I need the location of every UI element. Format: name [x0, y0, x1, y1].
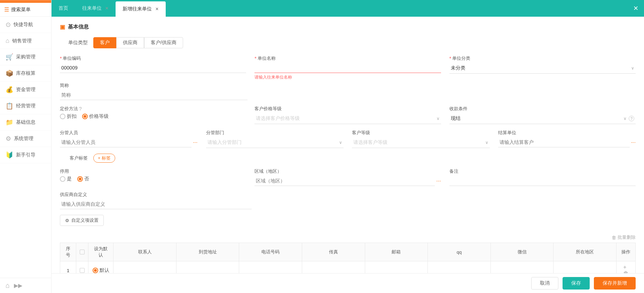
cell-address[interactable]	[176, 261, 239, 274]
email-input[interactable]	[369, 268, 424, 273]
col-region: 所在地区	[553, 243, 616, 261]
field-settlement: 结算单位 ···	[498, 130, 636, 148]
cell-email[interactable]	[365, 261, 428, 274]
short-name-input[interactable]	[60, 90, 248, 100]
tab-new-unit[interactable]: 新增往来单位 ✕	[116, 1, 166, 17]
dept-select[interactable]: 请输入分管部门 ∨	[206, 137, 344, 148]
field-unit-category: * 单位分类 未分类 ∨	[449, 55, 636, 80]
tag-add-button[interactable]: + 标签	[93, 154, 115, 163]
cell-phone[interactable]	[239, 261, 302, 274]
payment-terms-help-icon[interactable]: ?	[629, 116, 634, 121]
col-phone: 电话号码	[239, 243, 302, 261]
save-and-add-button[interactable]: 保存并新增	[594, 277, 636, 290]
customer-price-level-placeholder: 请选择客户价格等级	[256, 115, 300, 122]
save-button[interactable]: 保存	[563, 277, 590, 290]
batch-delete-button[interactable]: 🗑 批量删除	[612, 234, 636, 241]
quick-nav-icon: ⊙	[6, 21, 11, 29]
sidebar-item-guide[interactable]: 🔰 新手引导	[0, 147, 51, 163]
region-more-btn[interactable]: ···	[436, 178, 441, 184]
unit-category-label: * 单位分类	[449, 55, 636, 62]
cell-row-region[interactable]	[553, 261, 616, 274]
wechat-input[interactable]	[494, 268, 550, 273]
row-checkbox[interactable]	[80, 268, 85, 273]
sidebar-item-label: 系统管理	[14, 136, 33, 142]
tab-bar-close-button[interactable]: ✕	[628, 5, 644, 12]
address-input[interactable]	[180, 268, 236, 273]
tab-home[interactable]: 首页	[52, 0, 75, 17]
sidebar-search[interactable]: ☰ 搜索菜单	[0, 3, 51, 17]
payment-terms-select[interactable]: 现结 ∨ ?	[449, 113, 636, 124]
sidebar-item-operation[interactable]: 📋 经营管理	[0, 98, 51, 114]
tab-bar: 首页 往来单位 ✕ 新增往来单位 ✕ ✕	[52, 0, 644, 17]
sidebar-bottom: ⌂ ▶▶	[0, 278, 51, 293]
add-row-btn[interactable]: +	[623, 264, 626, 270]
fax-input[interactable]	[306, 268, 361, 273]
cell-fax[interactable]	[302, 261, 365, 274]
btn-both[interactable]: 客户/供应商	[144, 37, 183, 48]
form-row-shortname: 简称	[60, 82, 636, 100]
row-region-input[interactable]	[557, 268, 613, 273]
gear-icon: ⚙	[65, 218, 69, 223]
col-email: 邮箱	[365, 243, 428, 261]
region-label: 区域（地区）	[254, 168, 441, 174]
radio-disable-no[interactable]: 否	[77, 176, 89, 182]
sidebar-item-basic[interactable]: 📁 基础信息	[0, 114, 51, 131]
tab-new-unit-close[interactable]: ✕	[155, 7, 159, 11]
manager-more-btn[interactable]: ···	[193, 139, 197, 146]
tab-units-label: 往来单位	[82, 5, 102, 11]
cancel-button[interactable]: 取消	[531, 277, 558, 290]
customer-level-select[interactable]: 请选择客户等级 ∨	[352, 137, 490, 148]
phone-input[interactable]	[243, 268, 298, 273]
contact-input[interactable]	[117, 268, 173, 273]
btn-supplier[interactable]: 供应商	[116, 37, 144, 48]
sidebar: ☰ 搜索菜单 ⊙ 快捷导航 ⌂ 销售管理 🛒 采购管理 📦 库存核算 💰 资金管…	[0, 0, 52, 293]
col-address: 到货地址	[176, 243, 239, 261]
cell-wechat[interactable]	[490, 261, 553, 274]
guide-icon: 🔰	[6, 151, 13, 159]
form-row-pricing: 定价方法 ? 折扣 价格等级	[60, 106, 636, 124]
unit-type-group: 客户 供应商 客户/供应商	[93, 37, 183, 48]
unit-category-select[interactable]: 未分类 ∨	[449, 63, 636, 74]
sidebar-item-inventory[interactable]: 📦 库存核算	[0, 65, 51, 82]
delete-row-btn[interactable]: 🗑	[623, 270, 629, 273]
table-toolbar: 🗑 批量删除	[60, 234, 636, 241]
sidebar-item-finance[interactable]: 💰 资金管理	[0, 82, 51, 98]
col-action: 操作	[616, 243, 636, 261]
sidebar-item-quick-nav[interactable]: ⊙ 快捷导航	[0, 17, 51, 33]
sidebar-item-sales[interactable]: ⌂ 销售管理	[0, 33, 51, 49]
tab-units[interactable]: 往来单位 ✕	[75, 0, 116, 17]
col-seq: 序号	[60, 243, 76, 261]
home-icon[interactable]: ⌂	[6, 282, 10, 290]
tab-units-close[interactable]: ✕	[105, 6, 109, 11]
unit-code-input[interactable]	[60, 63, 246, 73]
radio-price-level[interactable]: 价格等级	[82, 113, 109, 120]
sales-icon: ⌂	[6, 37, 9, 44]
sidebar-item-label: 销售管理	[12, 38, 32, 44]
customer-price-level-select[interactable]: 请选择客户价格等级 ∨	[254, 113, 441, 124]
supplier-custom-input[interactable]	[60, 199, 252, 209]
radio-default[interactable]: 默认	[92, 267, 110, 273]
note-input[interactable]	[449, 176, 636, 186]
field-short-name: 简称	[60, 82, 252, 100]
radio-discount[interactable]: 折扣	[60, 113, 77, 120]
custom-settings-button[interactable]: ⚙ 自定义项设置	[60, 215, 104, 226]
sidebar-item-purchase[interactable]: 🛒 采购管理	[0, 49, 51, 65]
sidebar-item-system[interactable]: ⚙ 系统管理	[0, 131, 51, 147]
table-row: 1 默认	[60, 261, 636, 274]
sidebar-item-label: 资金管理	[16, 87, 36, 93]
settlement-input[interactable]	[498, 137, 630, 147]
pricing-help-icon[interactable]: ?	[79, 106, 82, 112]
settlement-more-btn[interactable]: ···	[631, 139, 636, 146]
cell-qq[interactable]	[428, 261, 491, 274]
bottom-bar: 取消 保存 保存并新增	[52, 273, 644, 293]
header-checkbox[interactable]	[80, 250, 85, 254]
btn-customer[interactable]: 客户	[93, 37, 116, 48]
unit-name-input[interactable]	[254, 63, 441, 73]
basic-icon: 📁	[6, 119, 13, 126]
qq-input[interactable]	[431, 268, 487, 273]
region-input[interactable]	[254, 176, 435, 186]
expand-icon[interactable]: ▶▶	[14, 282, 22, 289]
cell-contact[interactable]	[113, 261, 176, 274]
radio-disable-yes[interactable]: 是	[60, 176, 72, 182]
manager-input[interactable]	[60, 137, 191, 147]
